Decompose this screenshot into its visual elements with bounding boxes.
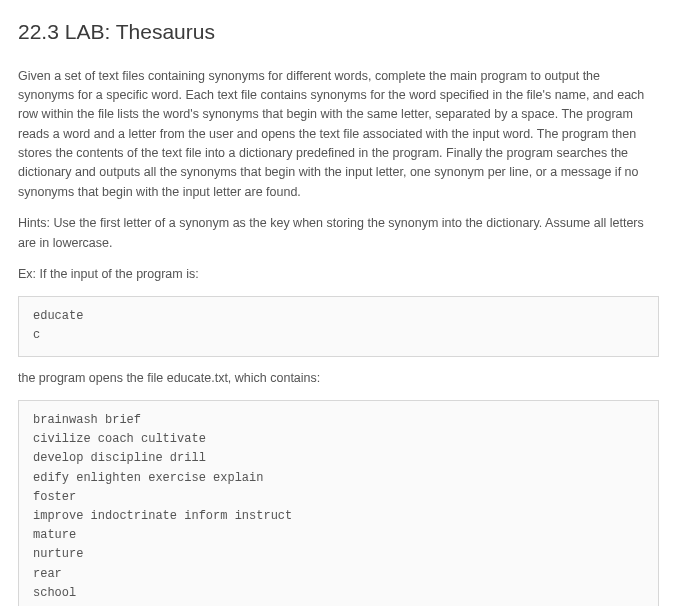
opens-file-text: the program opens the file educate.txt, … [18, 369, 659, 388]
example1-label: Ex: If the input of the program is: [18, 265, 659, 284]
intro-paragraph: Given a set of text files containing syn… [18, 67, 659, 203]
hints-paragraph: Hints: Use the first letter of a synonym… [18, 214, 659, 253]
page-title: 22.3 LAB: Thesaurus [18, 16, 659, 49]
file-contents-code: brainwash brief civilize coach cultivate… [18, 400, 659, 606]
input1-code: educate c [18, 296, 659, 356]
